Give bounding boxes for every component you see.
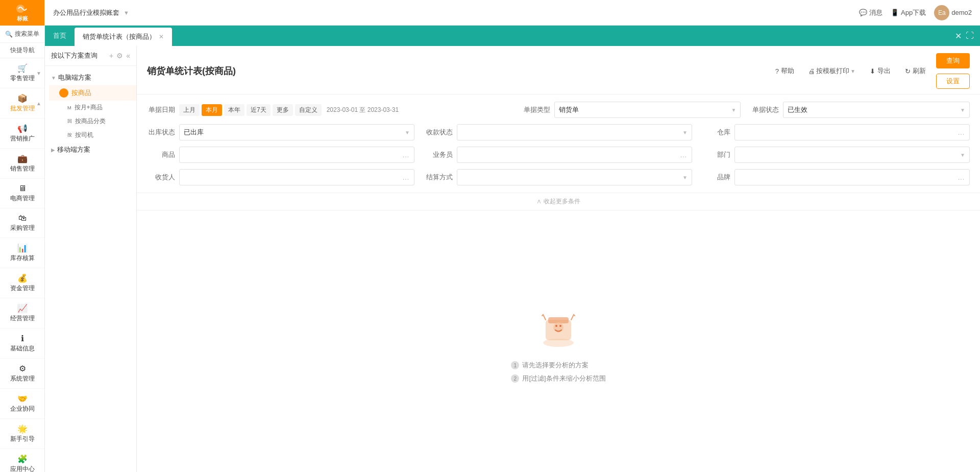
receiver-input[interactable]: … [179,169,414,185]
tree-subnode-driver[interactable]: 按 按司机 [53,128,136,142]
filter-field-receiver: 收货人 … [147,169,414,185]
tab-fullscreen-button[interactable]: ⛶ [966,31,974,40]
filter-field-doc-status: 单据状态 已生效 ▼ [751,102,970,118]
tip-num-1: 1 [511,361,519,369]
tree-subnode-month-product[interactable]: M 按月+商品 [53,101,136,114]
retail-expand-arrow: ▼ [36,70,41,76]
tree-group-mobile-title[interactable]: ▶ 移动端方案 [45,142,136,157]
date-tab-more[interactable]: 更多 [273,104,293,116]
print-dropdown-arrow[interactable]: ▼ [850,68,855,74]
tip-text-1: 请先选择要分析的方案 [522,361,589,370]
date-tabs: 上月 本月 本年 近7天 更多 自定义 [179,104,322,116]
query-button[interactable]: 查询 [936,53,970,68]
brand-input[interactable]: … [734,169,970,185]
left-panel: 按以下方案查询 + ⚙ « ▼ 电脑端方案 按商品 [45,46,137,472]
tab-report-close[interactable]: ✕ [159,33,164,40]
salesperson-dots: … [680,151,688,159]
sidebar-item-inventory[interactable]: 📊 库存核算 [0,238,44,268]
date-tab-this-month[interactable]: 本月 [202,104,222,116]
operations-icon: 📈 [17,303,28,313]
message-button[interactable]: 💬 消息 [859,8,883,17]
refresh-button[interactable]: ↻ 刷新 [901,64,930,78]
filter-row-2: 出库状态 已出库 ▼ 收款状态 ▼ 仓库 [147,124,970,140]
goods-input[interactable]: … [179,147,414,163]
breadcrumb[interactable]: 办公用品行业模拟账套 ▼ [53,8,129,17]
collapse-bar[interactable]: ∧ 收起更多条件 [137,193,980,210]
filter-field-collection: 收款状态 ▼ [425,124,692,140]
help-button[interactable]: ? 帮助 [771,64,798,78]
download-icon: 📱 [891,9,899,16]
sidebar-item-system[interactable]: ⚙ 系统管理 [0,359,44,389]
date-label: 单据日期 [147,105,175,114]
sales-icon: 💼 [17,154,28,163]
date-tab-last-month[interactable]: 上月 [179,104,200,116]
sidebar-item-marketing[interactable]: 📢 营销推广 [0,119,44,149]
brand-dots: … [958,173,965,181]
page-actions: ? 帮助 🖨 按模板打印 ▼ ⬇ 导出 ↻ 刷新 [771,53,970,89]
salesperson-input[interactable]: … [457,147,692,163]
tab-report[interactable]: 销货单统计表（按商品） ✕ [75,28,172,46]
system-icon: ⚙ [19,364,26,373]
help-label: 帮助 [781,66,794,76]
tree-group-desktop-title[interactable]: ▼ 电脑端方案 [45,70,136,85]
sidebar-item-ecommerce[interactable]: 🖥 电商管理 [0,179,44,208]
sidebar-item-purchase[interactable]: 🛍 采购管理 [0,208,44,238]
page-body: 按以下方案查询 + ⚙ « ▼ 电脑端方案 按商品 [45,46,980,472]
sidebar-item-finance[interactable]: 💰 资金管理 [0,268,44,298]
doc-type-input[interactable]: 销货单 ▼ [554,102,741,118]
page-title-bar: 销货单统计表(按商品) ? 帮助 🖨 按模板打印 ▼ ⬇ 导出 [137,46,980,95]
goods-label: 商品 [147,150,175,159]
filter-field-brand: 品牌 … [702,169,970,185]
tab-home[interactable]: 首页 [45,26,75,46]
filter-field-settlement: 结算方式 ▼ [425,169,692,185]
svg-point-5 [555,325,557,327]
help-icon: ? [775,67,779,75]
settlement-label: 结算方式 [425,173,453,182]
top-header: 办公用品行业模拟账套 ▼ 💬 消息 📱 App下载 Ea demo2 [45,0,980,26]
doc-type-label: 单据类型 [522,105,550,114]
tree-node-by-product[interactable]: 按商品 [49,85,136,101]
sidebar-item-cooperation[interactable]: 🤝 企业协同 [0,389,44,419]
receiver-label: 收货人 [147,173,175,182]
user-profile-button[interactable]: Ea demo2 [934,5,972,20]
date-tab-this-year[interactable]: 本年 [224,104,244,116]
sidebar-item-guide[interactable]: 🌟 新手引导 [0,419,44,449]
settlement-input[interactable]: ▼ [457,169,692,185]
quick-nav-label: 快捷导航 [10,46,35,54]
scheme-settings-button[interactable]: ⚙ [116,52,123,60]
out-status-input[interactable]: 已出库 ▼ [179,124,414,140]
sidebar-item-sales[interactable]: 💼 销售管理 [0,149,44,179]
filter-row-1: 单据日期 上月 本月 本年 近7天 更多 自定义 2023-03-01 至 20… [147,102,970,118]
search-icon: 🔍 [5,31,13,38]
sidebar-item-system-label: 系统管理 [10,374,35,383]
print-button[interactable]: 🖨 按模板打印 ▼ [804,64,860,78]
app-download-label: App下载 [901,8,926,17]
sidebar-item-operations[interactable]: 📈 经营管理 [0,298,44,328]
tree-subnode-product-category[interactable]: 回 按商品分类 [53,114,136,128]
tab-bar: 首页 销货单统计表（按商品） ✕ ✕ ⛶ [45,26,980,46]
sidebar-item-inventory-label: 库存核算 [10,254,35,263]
tab-close-all-button[interactable]: ✕ [955,31,962,41]
collapse-panel-button[interactable]: « [126,52,130,60]
date-tab-custom[interactable]: 自定义 [295,104,322,116]
sidebar-item-basic[interactable]: ℹ 基础信息 [0,328,44,359]
quick-nav-item[interactable]: 快捷导航 [0,43,44,58]
export-button[interactable]: ⬇ 导出 [866,64,895,78]
date-tab-7days[interactable]: 近7天 [247,104,271,116]
settings-button[interactable]: 设置 [936,74,970,89]
warehouse-input[interactable]: … [734,124,970,140]
sidebar-item-retail[interactable]: 🛒 零售管理 ▼ [0,58,44,88]
app-logo[interactable]: 标账 [0,0,44,26]
doc-status-input[interactable]: 已生效 ▼ [783,102,970,118]
settlement-arrow: ▼ [682,175,688,180]
app-download-button[interactable]: 📱 App下载 [891,8,926,17]
collection-input[interactable]: ▼ [457,124,692,140]
sidebar-item-apps[interactable]: 🧩 应用中心 [0,449,44,472]
message-icon: 💬 [859,9,867,16]
brand-label: 品牌 [702,173,730,182]
department-input[interactable]: ▼ [734,147,970,163]
add-scheme-button[interactable]: + [109,52,113,60]
collection-label: 收款状态 [425,128,453,137]
sidebar-item-wholesale[interactable]: 📦 批发管理 ▲ [0,88,44,119]
search-menu-item[interactable]: 🔍 搜索菜单 [0,26,44,43]
